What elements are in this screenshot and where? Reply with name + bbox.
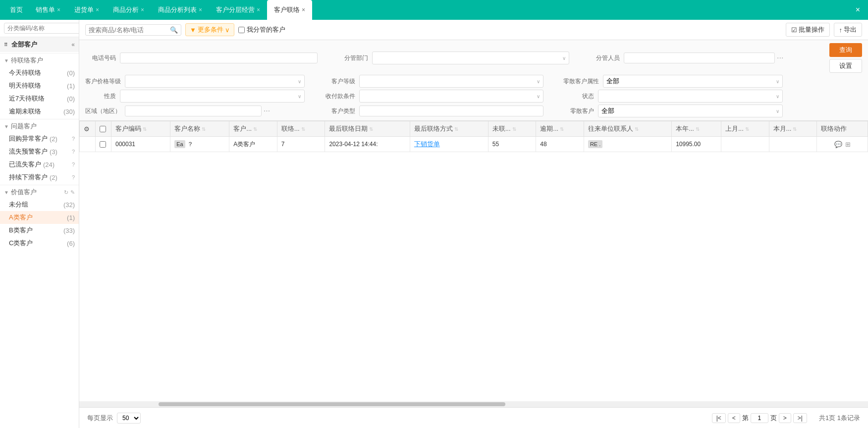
nav-close-2[interactable]: × bbox=[141, 6, 144, 13]
nav-close-0[interactable]: × bbox=[57, 6, 60, 13]
nav-tab-0[interactable]: 销售单 × bbox=[29, 0, 67, 20]
nav-tab-1[interactable]: 进货单 × bbox=[67, 0, 106, 20]
nature-select[interactable]: ∨ bbox=[120, 90, 305, 103]
filter-icon: ▼ bbox=[190, 26, 196, 34]
my-customer-checkbox[interactable] bbox=[238, 27, 245, 33]
col-type[interactable]: 客户...⇅ bbox=[229, 121, 277, 137]
table-container: ⚙ 客户编码⇅ 客户名称⇅ 客户...⇅ bbox=[79, 121, 868, 401]
person-ellipsis[interactable]: ··· bbox=[775, 54, 785, 62]
row-name: Ea？ bbox=[170, 137, 229, 152]
sidebar-item-churn-warn[interactable]: 流失预警客户 (3) ? bbox=[0, 145, 79, 158]
person-label: 分管人员 bbox=[589, 54, 624, 62]
col-last-method[interactable]: 最后联络方式⇅ bbox=[410, 121, 488, 137]
customer-type-label: 客户类型 bbox=[325, 107, 359, 115]
more-filter-button[interactable]: ▼ 更多条件 ∨ bbox=[185, 23, 234, 36]
col-no-contact[interactable]: 未联...⇅ bbox=[488, 121, 536, 137]
col-code[interactable]: 客户编码⇅ bbox=[111, 121, 170, 137]
row-contact: 7 bbox=[277, 137, 325, 152]
customer-type-input[interactable] bbox=[359, 106, 544, 116]
action-qr-icon[interactable]: ⊞ bbox=[845, 141, 851, 148]
window-close-button[interactable]: × bbox=[852, 5, 864, 14]
row-checkbox[interactable] bbox=[100, 141, 106, 148]
price-level-select[interactable]: ∨ bbox=[125, 75, 305, 88]
retail-select[interactable]: 全部∨ bbox=[598, 105, 783, 117]
filter-search-input[interactable] bbox=[89, 26, 168, 34]
sidebar-item-declining[interactable]: 持续下滑客户 (2) ? bbox=[0, 171, 79, 184]
group-value-label[interactable]: ▼ 价值客户 ↻ ✎ bbox=[0, 185, 79, 198]
horizontal-scrollbar[interactable] bbox=[79, 401, 868, 407]
row-overdue: 48 bbox=[536, 137, 584, 152]
col-name[interactable]: 客户名称⇅ bbox=[170, 121, 229, 137]
nav-close-4[interactable]: × bbox=[257, 6, 260, 13]
col-this-month[interactable]: 本月...⇅ bbox=[769, 121, 817, 137]
action-chat-icon[interactable]: 💬 bbox=[834, 141, 842, 148]
nav-tab-3[interactable]: 商品分析列表 × bbox=[151, 0, 209, 20]
setting-button[interactable]: 设置 bbox=[829, 59, 862, 73]
row-no-contact: 55 bbox=[488, 137, 536, 152]
nav-tab-5[interactable]: 客户联络 × bbox=[267, 0, 312, 20]
col-this-year[interactable]: 本年...⇅ bbox=[672, 121, 721, 137]
region-input[interactable] bbox=[125, 106, 262, 116]
col-person[interactable]: 往来单位联系人⇅ bbox=[584, 121, 671, 137]
edit-icon[interactable]: ✎ bbox=[70, 189, 75, 196]
sidebar-item-overdue[interactable]: 逾期未联络 (30) bbox=[0, 105, 79, 118]
row-last-method[interactable]: 下销货单 bbox=[410, 137, 488, 152]
next-page-button[interactable]: > bbox=[779, 413, 791, 423]
col-overdue[interactable]: 逾期...⇅ bbox=[536, 121, 584, 137]
sidebar-item-a-class[interactable]: A类客户 (1) bbox=[0, 211, 79, 224]
row-code: 000031 bbox=[111, 137, 170, 152]
filter-search-icon[interactable]: 🔍 bbox=[170, 26, 178, 34]
export-button[interactable]: ↑ 导出 bbox=[834, 23, 863, 37]
dept-select[interactable]: ∨ bbox=[372, 52, 570, 64]
nav-tab-4[interactable]: 客户分层经营 × bbox=[209, 0, 267, 20]
scrollbar-thumb[interactable] bbox=[159, 402, 505, 406]
prev-page-button[interactable]: < bbox=[728, 413, 740, 423]
sidebar-item-c-class[interactable]: C类客户 (6) bbox=[0, 237, 79, 250]
nature-label: 性质 bbox=[85, 92, 120, 101]
select-all-checkbox[interactable] bbox=[100, 126, 106, 132]
filter-phone: 电话号码 bbox=[85, 53, 318, 63]
nav-close-5[interactable]: × bbox=[302, 6, 305, 13]
page-size-select[interactable]: 50 bbox=[117, 413, 141, 424]
all-customers-header[interactable]: ⠿ 全部客户 « bbox=[0, 37, 79, 52]
payment-select[interactable]: ∨ bbox=[359, 90, 544, 103]
customer-level-select[interactable]: ∨ bbox=[359, 75, 544, 88]
status-select[interactable]: ∨ bbox=[598, 90, 783, 103]
retail-attr-label: 零散客户属性 bbox=[563, 77, 603, 86]
page-number-input[interactable] bbox=[751, 413, 768, 423]
col-contact[interactable]: 联络...⇅ bbox=[277, 121, 325, 137]
sidebar-search-input[interactable] bbox=[4, 23, 79, 34]
refresh-icon[interactable]: ↻ bbox=[64, 189, 68, 196]
last-page-button[interactable]: >| bbox=[793, 413, 807, 423]
first-page-button[interactable]: |< bbox=[712, 413, 726, 423]
sidebar-item-ungroup[interactable]: 未分组 (32) bbox=[0, 198, 79, 211]
batch-op-button[interactable]: ☑ 批量操作 bbox=[786, 23, 830, 37]
query-button[interactable]: 查询 bbox=[829, 43, 862, 57]
col-gear[interactable]: ⚙ bbox=[80, 121, 96, 137]
sidebar-item-b-class[interactable]: B类客户 (33) bbox=[0, 224, 79, 237]
retail-attr-select[interactable]: 全部∨ bbox=[603, 75, 783, 88]
sidebar-item-today[interactable]: 今天待联络 (0) bbox=[0, 66, 79, 79]
filter-action-buttons: 查询 设置 bbox=[825, 43, 862, 73]
row-action: 💬 ⊞ bbox=[817, 137, 868, 152]
phone-input[interactable] bbox=[120, 53, 318, 63]
sidebar-item-churned[interactable]: 已流失客户 (24) ? bbox=[0, 158, 79, 171]
col-last-month[interactable]: 上月...⇅ bbox=[721, 121, 769, 137]
region-ellipsis[interactable]: ··· bbox=[262, 107, 272, 115]
sidebar-item-tomorrow[interactable]: 明天待联络 (1) bbox=[0, 79, 79, 92]
filter-customer-type: 客户类型 bbox=[325, 106, 544, 116]
row-this-year: 10995.00 bbox=[672, 137, 721, 152]
nav-close-3[interactable]: × bbox=[199, 6, 202, 13]
nav-close-1[interactable]: × bbox=[96, 6, 99, 13]
top-nav: 首页 销售单 × 进货单 × 商品分析 × 商品分析列表 × 客户分层经营 × … bbox=[0, 0, 868, 20]
group-problem-label[interactable]: ▼ 问题客户 bbox=[0, 119, 79, 132]
col-check[interactable] bbox=[96, 121, 111, 137]
nav-tab-2[interactable]: 商品分析 × bbox=[106, 0, 151, 20]
pagination: 每页显示 50 |< < 第 页 > >| 共1页 1条记录 bbox=[79, 407, 868, 428]
sidebar-item-repurchase[interactable]: 回购异常客户 (2) ? bbox=[0, 132, 79, 145]
group-pending-label[interactable]: ▼ 待联络客户 bbox=[0, 53, 79, 66]
col-last-date[interactable]: 最后联络日期⇅ bbox=[325, 121, 410, 137]
nav-home[interactable]: 首页 bbox=[4, 0, 29, 20]
sidebar-item-7days[interactable]: 近7天待联络 (0) bbox=[0, 92, 79, 105]
person-input[interactable] bbox=[624, 53, 775, 63]
